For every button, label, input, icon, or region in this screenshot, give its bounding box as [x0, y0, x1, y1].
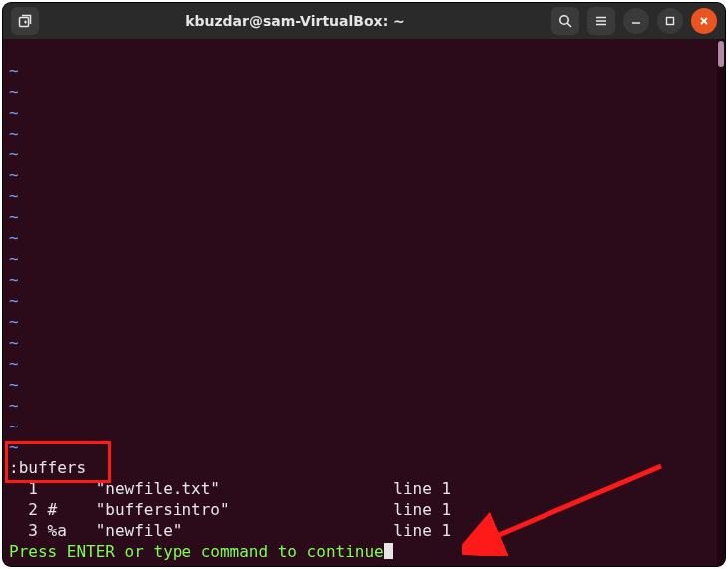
scrollbar-track[interactable]	[717, 39, 725, 566]
scrollbar-thumb[interactable]	[718, 41, 724, 67]
titlebar: kbuzdar@sam-VirtualBox: ~	[3, 3, 725, 39]
vim-tilde-line: ~	[3, 395, 717, 416]
vim-command-line: :buffers	[3, 457, 717, 478]
new-tab-button[interactable]	[11, 7, 39, 35]
vim-buffer-row: 2 # "buffersintro" line 1	[3, 499, 717, 520]
vim-tilde-line: ~	[3, 185, 717, 206]
vim-command-text: :buffers	[9, 458, 86, 477]
vim-tilde-line: ~	[3, 290, 717, 311]
vim-tilde-line: ~	[3, 123, 717, 143]
vim-tilde-line: ~	[3, 311, 717, 332]
vim-buffer-row: 1 "newfile.txt" line 1	[3, 478, 717, 499]
vim-tilde-line: ~	[3, 227, 717, 248]
maximize-button[interactable]	[657, 8, 683, 34]
close-button[interactable]	[691, 8, 717, 34]
svg-point-1	[560, 16, 568, 24]
vim-tilde-line: ~	[3, 374, 717, 395]
hamburger-menu-button[interactable]	[587, 7, 615, 35]
vim-tilde-line: ~	[3, 81, 717, 102]
vim-tilde-line: ~	[3, 60, 717, 81]
vim-tilde-line: ~	[3, 206, 717, 227]
vim-tilde-line: ~	[3, 102, 717, 123]
vim-tilde-line: ~	[3, 143, 717, 164]
terminal-line	[3, 39, 717, 60]
minimize-button[interactable]	[623, 8, 649, 34]
terminal-cursor	[384, 543, 393, 559]
vim-tilde-line: ~	[3, 353, 717, 374]
vim-tilde-line: ~	[3, 248, 717, 269]
terminal-window: kbuzdar@sam-VirtualBox: ~	[3, 3, 725, 566]
window-title: kbuzdar@sam-VirtualBox: ~	[47, 13, 544, 29]
vim-tilde-line: ~	[3, 332, 717, 353]
vim-tilde-line: ~	[3, 436, 717, 457]
vim-buffer-row: 3 %a "newfile" line 1	[3, 520, 717, 541]
vim-tilde-line: ~	[3, 416, 717, 436]
vim-tilde-line: ~	[3, 269, 717, 290]
svg-rect-2	[667, 18, 674, 25]
vim-press-enter-text: Press ENTER or type command to continue	[9, 542, 384, 561]
search-button[interactable]	[551, 7, 579, 35]
terminal-viewport[interactable]: ~~~~~~~~~~~~~~~~~~~:buffers 1 "newfile.t…	[3, 39, 717, 566]
vim-press-enter-prompt: Press ENTER or type command to continue	[3, 541, 717, 562]
vim-tilde-line: ~	[3, 164, 717, 185]
